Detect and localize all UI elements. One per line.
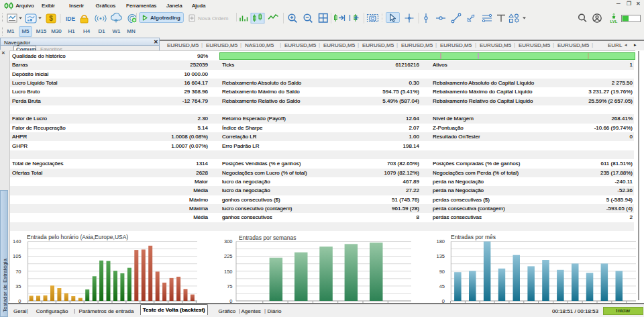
svg-text:300: 300	[224, 238, 233, 244]
svg-text:75: 75	[227, 283, 232, 289]
svg-text:180: 180	[436, 238, 445, 244]
svg-text:35: 35	[15, 283, 21, 289]
svg-text:225: 225	[224, 253, 233, 259]
svg-text:150: 150	[224, 269, 233, 275]
svg-text:70: 70	[15, 269, 21, 275]
svg-text:90: 90	[439, 269, 445, 275]
svg-text:140: 140	[13, 238, 21, 244]
svg-text:Entrada pelo horário (Asia,Eur: Entrada pelo horário (Asia,Europe,USA)	[27, 234, 128, 240]
svg-text:Entradas por semanas: Entradas por semanas	[239, 234, 297, 241]
svg-text:135: 135	[436, 253, 445, 259]
svg-text:105: 105	[13, 253, 21, 259]
svg-text:45: 45	[439, 283, 445, 289]
svg-text:Entradas por mês: Entradas por mês	[451, 234, 496, 240]
